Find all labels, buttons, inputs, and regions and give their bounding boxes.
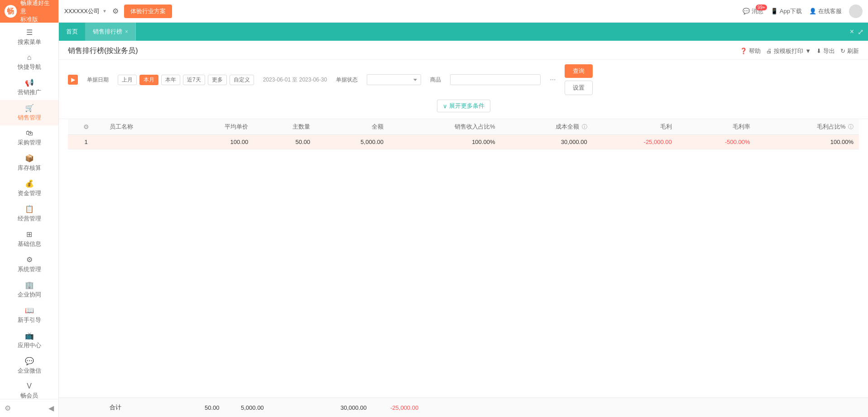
date-more[interactable]: 更多 bbox=[208, 75, 227, 85]
tab-home-label: 首页 bbox=[66, 28, 78, 36]
sidebar-icon-marketing: 📢 bbox=[25, 78, 34, 87]
header-settings-icon[interactable]: ⚙ bbox=[112, 7, 119, 15]
sidebar-item-inventory[interactable]: 📦库存核算 bbox=[0, 150, 58, 176]
sidebar-label-search-order: 搜索菜单 bbox=[18, 38, 41, 46]
page-title: 销售排行榜(按业务员) bbox=[68, 46, 138, 56]
message-icon: 💬 bbox=[743, 8, 750, 14]
cell-gross-rate: -500.00% bbox=[677, 135, 756, 149]
company-selector[interactable]: XXXXXX公司 ▼ bbox=[64, 7, 107, 15]
app-download-button[interactable]: 📱 App下载 bbox=[771, 7, 802, 15]
goods-label: 商品 bbox=[430, 76, 441, 84]
sidebar-icon-system: ⚙ bbox=[26, 255, 33, 264]
sidebar: 畅 畅康通好生意 标准版 ☰搜索菜单⌂快捷导航📢营销推广🛒销售管理🛍采购管理📦库… bbox=[0, 0, 59, 417]
cell-rank: 1 bbox=[68, 135, 104, 149]
date-last7days[interactable]: 近7天 bbox=[183, 75, 205, 85]
sidebar-logo: 畅 畅康通好生意 标准版 bbox=[0, 0, 58, 23]
user-avatar[interactable] bbox=[849, 5, 863, 18]
tab-sales-rank-label: 销售排行榜 bbox=[93, 28, 122, 36]
trial-button[interactable]: 体验行业方案 bbox=[124, 5, 172, 18]
sidebar-settings-icon[interactable]: ⚙ bbox=[5, 404, 11, 412]
export-button[interactable]: ⬇ 导出 bbox=[816, 47, 835, 55]
online-service-button[interactable]: 👤 在线客服 bbox=[809, 7, 842, 15]
app-label: App下载 bbox=[780, 7, 802, 15]
cost-info-icon[interactable]: ⓘ bbox=[582, 124, 587, 130]
refresh-icon: ↻ bbox=[840, 48, 845, 54]
sidebar-item-system[interactable]: ⚙系统管理 bbox=[0, 252, 58, 277]
sidebar-icon-quick-nav: ⌂ bbox=[27, 53, 32, 62]
sidebar-icon-app-center: 📺 bbox=[25, 331, 34, 340]
more-conditions-row: ∨ 展开更多条件 bbox=[68, 98, 859, 114]
sidebar-item-purchase[interactable]: 🛍采购管理 bbox=[0, 125, 58, 150]
sidebar-item-search-order[interactable]: ☰搜索菜单 bbox=[0, 24, 58, 50]
table-wrapper: ⚙ 员工名称 平均单价 主数量 全额 销售收入占比% 成本全额 ⓘ 毛利 毛利率… bbox=[59, 119, 868, 398]
sidebar-item-quick-nav[interactable]: ⌂快捷导航 bbox=[0, 50, 58, 75]
sidebar-label-enterprise: 企业协同 bbox=[18, 291, 41, 299]
cell-amount: 5,000.00 bbox=[316, 135, 389, 149]
message-button[interactable]: 💬 消息 99+ bbox=[743, 7, 763, 15]
tab-sales-rank[interactable]: 销售排行榜 × bbox=[86, 23, 136, 41]
date-filter-group: 上月 本月 本年 近7天 更多 自定义 bbox=[118, 75, 254, 85]
cell-avg-price: 100.00 bbox=[179, 135, 254, 149]
sidebar-label-operations: 经营管理 bbox=[18, 215, 41, 223]
template-print-button[interactable]: 🖨 按模板打印 ▼ bbox=[766, 47, 811, 55]
tab-window-expand-icon[interactable]: ⤢ bbox=[858, 28, 863, 36]
expand-more-icon: ∨ bbox=[443, 103, 447, 110]
sidebar-label-guide: 新手引导 bbox=[18, 316, 41, 324]
sidebar-item-basics[interactable]: ⊞基础信息 bbox=[0, 226, 58, 252]
page-container: 销售排行榜(按业务员) ❓ 帮助 🖨 按模板打印 ▼ ⬇ 导出 bbox=[59, 41, 868, 417]
col-sales-pct: 销售收入占比% bbox=[389, 119, 501, 135]
sidebar-label-member: 畅会员 bbox=[20, 392, 38, 399]
main-area: XXXXXX公司 ▼ ⚙ 体验行业方案 💬 消息 99+ 📱 App下载 👤 在… bbox=[59, 0, 868, 417]
sidebar-label-marketing: 营销推广 bbox=[18, 88, 41, 96]
sidebar-icon-wechat: 💬 bbox=[25, 357, 34, 365]
col-amount: 全额 bbox=[316, 119, 389, 135]
col-settings[interactable]: ⚙ bbox=[68, 119, 104, 135]
date-current-year[interactable]: 本年 bbox=[161, 75, 180, 85]
refresh-label: 刷新 bbox=[847, 47, 859, 55]
sidebar-item-marketing[interactable]: 📢营销推广 bbox=[0, 75, 58, 100]
sidebar-nav: ☰搜索菜单⌂快捷导航📢营销推广🛒销售管理🛍采购管理📦库存核算💰资金管理📋经营管理… bbox=[0, 23, 58, 399]
sidebar-item-finance[interactable]: 💰资金管理 bbox=[0, 176, 58, 201]
filter-area: ▶ 单据日期 上月 本月 本年 近7天 更多 自定义 2023-06-01 至 … bbox=[59, 60, 868, 119]
doc-status-select[interactable] bbox=[367, 74, 421, 85]
expand-more-conditions-button[interactable]: ∨ 展开更多条件 bbox=[437, 100, 490, 112]
query-button[interactable]: 查询 bbox=[565, 64, 593, 78]
cell-gross: -25,000.00 bbox=[593, 135, 677, 149]
filter-more-dots[interactable]: ··· bbox=[550, 76, 556, 84]
service-label: 在线客服 bbox=[818, 7, 842, 15]
filter-row-1: ▶ 单据日期 上月 本月 本年 近7天 更多 自定义 2023-06-01 至 … bbox=[68, 64, 859, 95]
settings-button[interactable]: 设置 bbox=[565, 81, 593, 95]
refresh-button[interactable]: ↻ 刷新 bbox=[840, 47, 859, 55]
sidebar-item-guide[interactable]: 📖新手引导 bbox=[0, 302, 58, 328]
sidebar-item-enterprise[interactable]: 🏢企业协同 bbox=[0, 277, 58, 302]
date-custom[interactable]: 自定义 bbox=[230, 75, 254, 85]
tab-window-close-icon[interactable]: × bbox=[850, 28, 854, 36]
goods-input[interactable] bbox=[450, 74, 541, 85]
sidebar-label-app-center: 应用中心 bbox=[18, 341, 41, 350]
date-prev-month[interactable]: 上月 bbox=[118, 75, 137, 85]
doc-status-wrapper bbox=[367, 74, 421, 85]
filter-expand-icon[interactable]: ▶ bbox=[68, 75, 78, 85]
export-label: 导出 bbox=[823, 47, 835, 55]
sidebar-item-member[interactable]: V畅会员 bbox=[0, 379, 58, 399]
sidebar-label-basics: 基础信息 bbox=[18, 240, 41, 248]
sidebar-item-wechat[interactable]: 💬企业微信 bbox=[0, 353, 58, 379]
sidebar-icon-search-order: ☰ bbox=[26, 28, 33, 37]
tab-home[interactable]: 首页 bbox=[59, 23, 86, 41]
tab-sales-rank-close[interactable]: × bbox=[125, 29, 128, 35]
sidebar-footer: ⚙ ◀ bbox=[0, 399, 58, 417]
service-icon: 👤 bbox=[809, 8, 816, 14]
date-current-month[interactable]: 本月 bbox=[139, 75, 158, 85]
gross-pct-info-icon[interactable]: ⓘ bbox=[848, 124, 854, 130]
sidebar-item-operations[interactable]: 📋经营管理 bbox=[0, 201, 58, 226]
message-badge: 99+ bbox=[756, 5, 767, 10]
logo-icon: 畅 bbox=[5, 5, 17, 18]
sidebar-label-sales: 销售管理 bbox=[18, 114, 41, 122]
help-button[interactable]: ❓ 帮助 bbox=[740, 47, 761, 55]
sidebar-collapse-icon[interactable]: ◀ bbox=[48, 404, 54, 412]
sidebar-icon-basics: ⊞ bbox=[26, 230, 32, 239]
sidebar-item-sales[interactable]: 🛒销售管理 bbox=[0, 100, 58, 125]
print-label: 按模板打印 bbox=[774, 47, 803, 55]
sidebar-item-app-center[interactable]: 📺应用中心 bbox=[0, 328, 58, 353]
tab-bar: 首页 销售排行榜 × × ⤢ bbox=[59, 23, 868, 41]
